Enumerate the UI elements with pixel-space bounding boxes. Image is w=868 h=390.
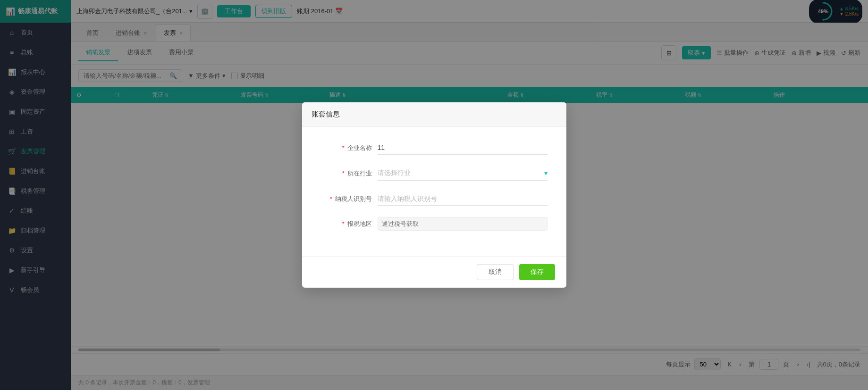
industry-label: * 所在行业 [321, 169, 378, 178]
form-row-tax-region: * 报税地区 [321, 217, 548, 231]
required-mark: * [342, 144, 345, 151]
industry-placeholder: 请选择行业 [378, 169, 411, 177]
form-row-company: * 企业名称 [321, 141, 548, 155]
modal-overlay[interactable]: 账套信息 * 企业名称 * 所在行业 [0, 0, 868, 390]
tax-id-input-container [378, 192, 548, 206]
tax-id-label: * 纳税人识别号 [321, 195, 378, 203]
dialog-footer: 取消 保存 [302, 256, 566, 288]
industry-dropdown-icon: ▾ [544, 169, 548, 177]
company-label: * 企业名称 [321, 144, 378, 152]
industry-select-container: 请选择行业 ▾ [378, 166, 548, 181]
required-mark: * [342, 220, 345, 227]
form-row-industry: * 所在行业 请选择行业 ▾ [321, 166, 548, 181]
industry-select[interactable]: 请选择行业 ▾ [378, 166, 548, 181]
dialog-title: 账套信息 [302, 102, 566, 127]
tax-id-input[interactable] [378, 192, 548, 206]
required-mark: * [342, 170, 345, 177]
cancel-button[interactable]: 取消 [477, 264, 514, 280]
account-info-dialog: 账套信息 * 企业名称 * 所在行业 [302, 102, 566, 288]
company-name-input[interactable] [378, 141, 548, 155]
tax-region-input [378, 217, 548, 231]
form-row-tax-id: * 纳税人识别号 [321, 192, 548, 206]
tax-region-input-container [378, 217, 548, 231]
required-mark: * [330, 195, 332, 202]
save-button[interactable]: 保存 [519, 264, 555, 280]
dialog-body: * 企业名称 * 所在行业 请选择行业 ▾ [302, 127, 566, 256]
company-input-container [378, 141, 548, 155]
tax-region-label: * 报税地区 [321, 220, 378, 228]
